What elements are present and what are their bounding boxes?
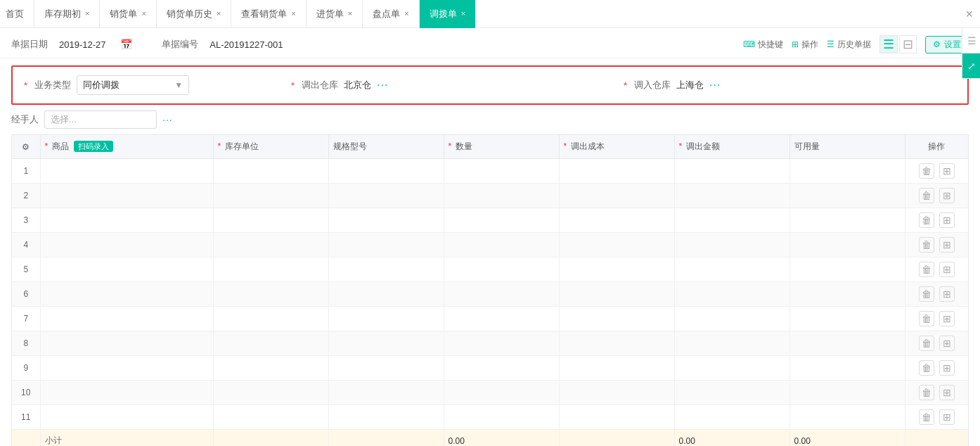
row-amount-8[interactable] bbox=[674, 331, 789, 356]
row-available-2[interactable] bbox=[789, 184, 905, 208]
handler-select[interactable]: 选择... bbox=[44, 110, 157, 129]
delete-icon-11[interactable]: 🗑 bbox=[919, 409, 934, 425]
panel-list-icon[interactable]: ☰ bbox=[962, 28, 980, 53]
row-amount-4[interactable] bbox=[674, 233, 789, 257]
warehouse-out-more-btn[interactable]: ··· bbox=[377, 79, 388, 91]
row-amount-1[interactable] bbox=[674, 159, 789, 184]
row-unit-5[interactable] bbox=[213, 257, 328, 282]
tab-inventory-init-close[interactable]: × bbox=[85, 10, 89, 18]
row-spec-7[interactable] bbox=[328, 307, 444, 331]
copy-icon-6[interactable]: ⊞ bbox=[939, 286, 955, 302]
shortcuts-button[interactable]: ⌨ 快捷键 bbox=[743, 39, 783, 51]
row-goods-3[interactable] bbox=[40, 208, 213, 233]
tab-home[interactable]: 首页 bbox=[6, 0, 34, 28]
row-qty-1[interactable] bbox=[444, 159, 559, 184]
row-amount-10[interactable] bbox=[674, 381, 789, 405]
tab-inventory-init[interactable]: 库存期初 × bbox=[34, 0, 100, 28]
row-amount-3[interactable] bbox=[674, 208, 789, 233]
row-available-3[interactable] bbox=[789, 208, 905, 233]
row-available-10[interactable] bbox=[789, 381, 905, 405]
row-cost-10[interactable] bbox=[559, 381, 674, 405]
copy-icon-11[interactable]: ⊞ bbox=[939, 409, 955, 425]
row-goods-7[interactable] bbox=[40, 307, 213, 331]
row-cost-6[interactable] bbox=[559, 282, 674, 307]
delete-icon-6[interactable]: 🗑 bbox=[919, 286, 934, 302]
delete-icon-7[interactable]: 🗑 bbox=[919, 311, 934, 326]
row-spec-1[interactable] bbox=[328, 159, 444, 184]
copy-icon-3[interactable]: ⊞ bbox=[939, 212, 955, 228]
copy-icon-7[interactable]: ⊞ bbox=[939, 311, 955, 326]
row-available-1[interactable] bbox=[789, 159, 905, 184]
row-goods-5[interactable] bbox=[40, 257, 213, 282]
row-unit-4[interactable] bbox=[213, 233, 328, 257]
row-cost-2[interactable] bbox=[559, 184, 674, 208]
row-amount-7[interactable] bbox=[674, 307, 789, 331]
row-available-6[interactable] bbox=[789, 282, 905, 307]
tab-purchase-close[interactable]: × bbox=[348, 10, 352, 18]
row-cost-8[interactable] bbox=[559, 331, 674, 356]
delete-icon-1[interactable]: 🗑 bbox=[919, 163, 934, 179]
row-qty-5[interactable] bbox=[444, 257, 559, 282]
tab-stocktake-close[interactable]: × bbox=[404, 10, 408, 18]
tab-sales-order-close[interactable]: × bbox=[141, 10, 146, 18]
row-goods-4[interactable] bbox=[40, 233, 213, 257]
delete-icon-10[interactable]: 🗑 bbox=[919, 385, 934, 400]
copy-icon-10[interactable]: ⊞ bbox=[939, 385, 955, 400]
handler-more-btn[interactable]: ··· bbox=[162, 114, 173, 125]
row-goods-9[interactable] bbox=[40, 356, 213, 381]
tab-view-sales[interactable]: 查看销货单 × bbox=[231, 0, 306, 28]
history-button[interactable]: ☰ 历史单据 bbox=[827, 39, 871, 51]
warehouse-in-more-btn[interactable]: ··· bbox=[709, 79, 721, 91]
row-unit-10[interactable] bbox=[213, 381, 328, 405]
row-spec-3[interactable] bbox=[328, 208, 444, 233]
tab-transfer-close[interactable]: × bbox=[461, 10, 465, 18]
row-goods-11[interactable] bbox=[40, 405, 213, 430]
row-qty-11[interactable] bbox=[444, 405, 559, 430]
row-qty-8[interactable] bbox=[444, 331, 559, 356]
row-cost-3[interactable] bbox=[559, 208, 674, 233]
tab-sales-history-close[interactable]: × bbox=[217, 10, 221, 18]
delete-icon-4[interactable]: 🗑 bbox=[919, 237, 934, 253]
row-cost-7[interactable] bbox=[559, 307, 674, 331]
tab-stocktake[interactable]: 盘点单 × bbox=[363, 0, 419, 28]
row-available-5[interactable] bbox=[789, 257, 905, 282]
row-goods-2[interactable] bbox=[40, 184, 213, 208]
calendar-icon[interactable]: 📅 bbox=[120, 39, 132, 50]
row-amount-11[interactable] bbox=[674, 405, 789, 430]
row-qty-10[interactable] bbox=[444, 381, 559, 405]
copy-icon-4[interactable]: ⊞ bbox=[939, 237, 955, 253]
row-spec-9[interactable] bbox=[328, 356, 444, 381]
ops-button[interactable]: ⊞ 操作 bbox=[792, 39, 818, 51]
copy-icon-2[interactable]: ⊞ bbox=[939, 188, 955, 203]
row-cost-5[interactable] bbox=[559, 257, 674, 282]
copy-icon-8[interactable]: ⊞ bbox=[939, 336, 955, 351]
row-available-7[interactable] bbox=[789, 307, 905, 331]
row-available-9[interactable] bbox=[789, 356, 905, 381]
delete-icon-8[interactable]: 🗑 bbox=[919, 336, 934, 351]
panel-expand-icon[interactable]: ⤢ bbox=[962, 53, 980, 79]
row-qty-6[interactable] bbox=[444, 282, 559, 307]
row-spec-4[interactable] bbox=[328, 233, 444, 257]
row-goods-1[interactable] bbox=[40, 159, 213, 184]
list-view-icon[interactable]: ☰ bbox=[879, 35, 898, 53]
scan-button[interactable]: 扫码录入 bbox=[74, 141, 113, 152]
row-spec-8[interactable] bbox=[328, 331, 444, 356]
row-cost-1[interactable] bbox=[559, 159, 674, 184]
row-spec-2[interactable] bbox=[328, 184, 444, 208]
row-unit-8[interactable] bbox=[213, 331, 328, 356]
row-amount-5[interactable] bbox=[674, 257, 789, 282]
row-available-4[interactable] bbox=[789, 233, 905, 257]
delete-icon-3[interactable]: 🗑 bbox=[919, 212, 934, 228]
row-cost-9[interactable] bbox=[559, 356, 674, 381]
tab-view-sales-close[interactable]: × bbox=[291, 10, 295, 18]
row-spec-11[interactable] bbox=[328, 405, 444, 430]
row-qty-3[interactable] bbox=[444, 208, 559, 233]
row-spec-6[interactable] bbox=[328, 282, 444, 307]
row-qty-9[interactable] bbox=[444, 356, 559, 381]
copy-icon-9[interactable]: ⊞ bbox=[939, 360, 955, 376]
tab-purchase[interactable]: 进货单 × bbox=[307, 0, 363, 28]
row-amount-9[interactable] bbox=[674, 356, 789, 381]
row-goods-10[interactable] bbox=[40, 381, 213, 405]
row-cost-11[interactable] bbox=[559, 405, 674, 430]
row-qty-2[interactable] bbox=[444, 184, 559, 208]
